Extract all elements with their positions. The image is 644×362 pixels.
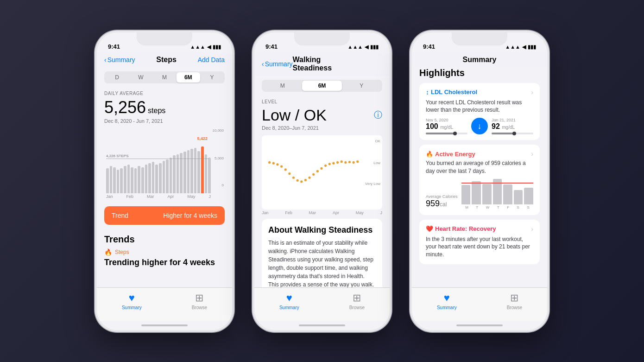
bar-12 [145,165,148,193]
ae-x-s2: S [527,205,529,210]
ws-x-apr: Apr [333,210,339,215]
avg-steps-label: 4,226 STEPS [106,154,128,158]
tab-summary-2[interactable]: ♥ Summary [279,292,299,310]
tab-browse-3[interactable]: ⊞ Browse [507,292,522,310]
seg-d[interactable]: D [105,72,129,83]
phone-steps: 9:41 ▲▲▲ ◀ ▮▮▮ ‹ Summary Steps Add Data … [95,31,234,332]
svg-point-1 [272,162,275,164]
status-time-2: 9:41 [265,43,278,50]
chart-x-labels: Jan Feb Mar Apr May J [104,193,225,199]
ae-bar-s [514,190,523,204]
bar-29 [205,154,208,193]
ae-desc: You burned an average of 959 calories a … [426,159,533,175]
ldl-header: ↕ LDL Cholesterol › [426,89,533,96]
ldl-before-val: 100 mg/dL [426,122,467,131]
bar-15 [155,165,158,193]
notch-3 [452,32,507,45]
seg-6m[interactable]: 6M [177,72,200,83]
ae-avg-line [461,183,533,184]
svg-point-22 [356,160,359,163]
tab-summary-label-3: Summary [437,305,457,310]
steps-bars: 5,422 [104,128,225,193]
seg-m[interactable]: M [152,72,176,83]
tab-browse-1[interactable]: ⊞ Browse [192,292,207,310]
bar-5 [120,168,123,193]
level-date: Dec 8, 2020–Jun 7, 2021 [254,124,390,132]
status-time-1: 9:41 [108,43,120,50]
trend-item-1: 🔥 Steps [104,248,225,256]
tab-summary-label-2: Summary [279,305,299,310]
ae-bar-f [503,184,512,204]
ae-x-t: T [476,205,478,210]
highlights-title: Highlights [419,68,540,78]
hr-desc: In the 3 minutes after your last workout… [426,235,533,259]
svg-point-17 [336,161,339,163]
ldl-desc: Your recent LDL Cholesterol result was l… [426,99,533,114]
tab-browse-2[interactable]: ⊞ Browse [349,292,365,310]
ldl-after-date: Jan 21, 2021 [492,118,533,122]
svg-point-3 [280,165,283,167]
back-button-2[interactable]: ‹ Summary [262,60,293,68]
add-data-button[interactable]: Add Data [198,56,225,64]
ws-x-jan: Jan [262,210,269,215]
bar-23 [183,152,186,193]
bar-8 [131,167,133,193]
back-button-1[interactable]: ‹ Summary [104,56,135,64]
bar-25 [190,149,193,193]
ae-avg-label: Average Calories [426,194,458,199]
status-icons-3: ▲▲▲ ◀ ▮▮▮ [505,44,536,50]
bar-30 [208,158,211,193]
info-icon[interactable]: ⓘ [374,109,382,121]
seg-6m-2[interactable]: 6M [302,81,341,91]
ae-left: Average Calories 959cal [426,194,458,210]
ae-x-f: F [507,205,509,210]
seg-m-2[interactable]: M [263,81,302,91]
heart-tab-icon-2: ♥ [286,292,292,304]
svg-point-7 [297,179,299,181]
svg-point-21 [353,161,355,163]
ae-x-w: W [486,205,490,210]
hr-chevron-icon: › [531,225,533,233]
tab-summary-1[interactable]: ♥ Summary [122,292,142,310]
page-title-2: Walking Steadiness [293,56,357,72]
trend-item-name-1: Steps [115,249,129,255]
time-segment-1[interactable]: D W M 6M Y [104,71,225,83]
ldl-before-bar-fill [426,133,455,134]
daily-avg-label: DAILY AVERAGE [97,87,232,98]
bar-28-highlight: 5,422 [201,146,204,193]
heart-rate-card[interactable]: ❤️ Heart Rate: Recovery › In the 3 minut… [419,220,540,264]
home-indicator-3 [412,321,547,330]
down-arrow-icon: ↓ [471,118,488,134]
tab-browse-label-3: Browse [507,305,522,310]
ldl-card[interactable]: ↕ LDL Cholesterol › Your recent LDL Chol… [419,83,540,140]
hr-header: ❤️ Heart Rate: Recovery › [426,225,533,233]
seg-y[interactable]: Y [200,72,224,83]
x-label-may: May [187,194,195,199]
signal-icon-3: ▲▲▲ [505,44,520,50]
time-segment-2[interactable]: M 6M Y [262,80,382,92]
x-label-jan: Jan [106,194,113,199]
highlights-section: Highlights ↕ LDL Cholesterol › Your rece… [412,68,547,265]
summary-content: Highlights ↕ LDL Cholesterol › Your rece… [412,68,547,287]
ws-y-low: Low [373,161,380,165]
bar-1 [106,168,109,193]
notch [137,32,192,45]
battery-icon-3: ▮▮▮ [528,44,536,50]
bar-11 [141,167,144,193]
bar-14 [152,162,155,193]
tab-bar-3: ♥ Summary ⊞ Browse [412,287,547,321]
svg-point-0 [268,161,271,163]
wifi-icon: ◀ [207,44,211,50]
bar-tooltip: 5,422 [197,136,208,141]
active-energy-card[interactable]: 🔥 Active Energy › You burned an average … [419,145,540,215]
seg-w[interactable]: W [129,72,152,83]
ws-y-verylow: Very Low [365,182,380,186]
heart-tab-icon: ♥ [129,292,135,304]
tab-summary-3[interactable]: ♥ Summary [437,292,457,310]
seg-y-2[interactable]: Y [342,81,381,91]
nav-header-2: ‹ Summary Walking Steadiness [254,53,390,76]
steps-unit: steps [148,107,165,115]
bar-22 [180,153,183,193]
heart-icon-hr: ❤️ [426,225,433,232]
trend-button[interactable]: Trend Higher for 4 weeks [104,206,225,225]
